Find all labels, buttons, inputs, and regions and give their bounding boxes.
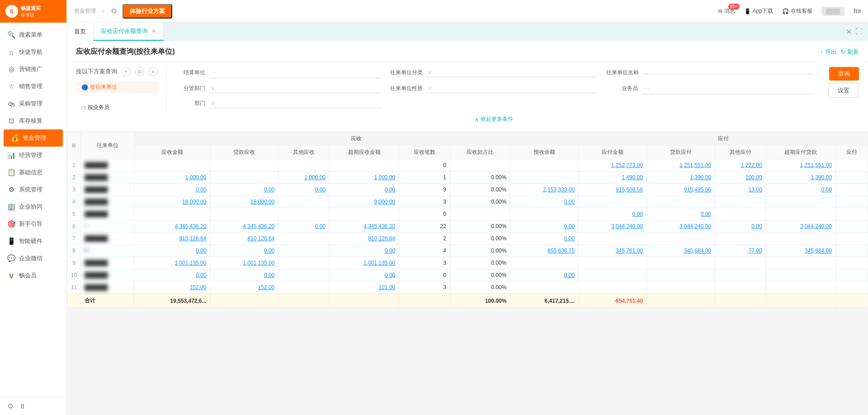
filter-input-salesman[interactable]: ··· xyxy=(642,83,814,94)
rec_count-cell[interactable]: 1 xyxy=(399,172,450,184)
rec_ratio-cell[interactable]: 0.00% xyxy=(450,245,510,257)
rec_amt-cell[interactable]: 0.00 xyxy=(134,269,210,281)
topbar-gear-icon[interactable]: ⚙ xyxy=(111,7,117,15)
export-button[interactable]: ↑ 导出 xyxy=(821,48,837,56)
rec_overdue-cell[interactable]: 0.00 xyxy=(330,184,399,196)
pay_loan-cell[interactable]: 915,495.56 xyxy=(647,184,715,196)
table-gear-header[interactable]: ⚙ xyxy=(67,132,81,159)
rec_amt-cell[interactable]: 1,001,135.00 xyxy=(134,257,210,269)
topbar-online-service[interactable]: 🎧 在线客服 xyxy=(782,7,812,15)
topbar-msg[interactable]: ✉ 消息 99+ xyxy=(718,7,735,15)
rec_ratio-cell[interactable]: 0.00% xyxy=(450,233,510,245)
sidebar-item-guide[interactable]: 🎯 新手引导 xyxy=(0,215,66,233)
filter-input-partner-name[interactable] xyxy=(642,71,814,74)
pay_loan-cell[interactable]: 1,251,551.00 xyxy=(647,159,715,172)
sidebar-item-purchase[interactable]: 🛍 采购管理 xyxy=(0,95,66,112)
rec_overdue-cell[interactable]: 810,126.64 xyxy=(330,233,399,245)
filter-input-dept-manage[interactable]: ∨ xyxy=(209,84,381,93)
pay_overdue-cell[interactable]: 3,044,240.00 xyxy=(766,220,835,233)
rec_ratio-cell[interactable]: 0.00% xyxy=(450,196,510,208)
pay_overdue-cell[interactable]: 1,390.00 xyxy=(766,172,835,184)
rec_overdue-cell[interactable]: 1,000.00 xyxy=(330,172,399,184)
rec_loan-cell[interactable]: 0.00 xyxy=(210,245,278,257)
rec_ratio-cell[interactable]: 0.00% xyxy=(450,184,510,196)
pre_rec-cell[interactable]: 0.00 xyxy=(510,269,579,281)
sidebar-item-marketing[interactable]: ◎ 营销推广 xyxy=(0,61,66,78)
rec_overdue-cell[interactable]: 101.00 xyxy=(330,281,399,294)
pay_amt-cell[interactable]: 0.00 xyxy=(579,208,647,220)
rec_loan-cell[interactable]: 152.00 xyxy=(210,281,278,294)
pay_amt-cell[interactable]: 3,044,240.00 xyxy=(579,220,647,233)
pre_rec-cell[interactable]: 2,153,333.00 xyxy=(510,184,579,196)
tab-close-icon[interactable]: ✕ xyxy=(151,28,156,34)
rec_other-cell[interactable]: 1,000.00 xyxy=(278,172,330,184)
pay_amt-cell[interactable]: 1,490.00 xyxy=(579,172,647,184)
pay_loan-cell[interactable]: 1,390.00 xyxy=(647,172,715,184)
topbar-app-download[interactable]: 📱 App下载 xyxy=(744,7,773,15)
rec_amt-cell[interactable]: 152.00 xyxy=(134,281,210,294)
sidebar-item-system[interactable]: ⚙ 系统管理 xyxy=(0,181,66,198)
rec_loan-cell[interactable]: 0.00 xyxy=(210,184,278,196)
sidebar-item-enterprise[interactable]: 🏢 企业协同 xyxy=(0,198,66,215)
pre_rec-cell[interactable]: 655,636.75 xyxy=(510,245,579,257)
rec_count-cell[interactable]: 4 xyxy=(399,245,450,257)
pay_loan-cell[interactable]: 3,044,240.00 xyxy=(647,220,715,233)
rec_amt-cell[interactable]: 0.00 xyxy=(134,245,210,257)
tab-expand-icon[interactable]: ⛶ xyxy=(855,28,863,36)
filter-collapse-icon[interactable]: « xyxy=(149,67,158,76)
sidebar-item-finance[interactable]: 💰 资金管理 xyxy=(4,129,63,147)
rec_ratio-cell[interactable]: 0.00% xyxy=(450,269,510,281)
filter-collapse-bar[interactable]: ∧ 收起更多条件 xyxy=(174,113,814,126)
rec_overdue-cell[interactable]: 9,000.00 xyxy=(330,196,399,208)
rec_count-cell[interactable]: 3 xyxy=(399,196,450,208)
rec_count-cell[interactable]: 2 xyxy=(399,233,450,245)
rec_loan-cell[interactable]: 810,126.64 xyxy=(210,233,278,245)
footer-settings-icon[interactable]: ⚙ xyxy=(7,402,14,410)
sidebar-item-inventory[interactable]: ⊡ 库存核算 xyxy=(0,112,66,129)
pre_rec-cell[interactable]: 0.00 xyxy=(510,220,579,233)
pre_rec-cell[interactable]: 0.00 xyxy=(510,233,579,245)
rec_count-cell[interactable]: 3 xyxy=(399,257,450,269)
sidebar-item-basic[interactable]: 📋 基础信息 xyxy=(0,164,66,181)
pay_other-cell[interactable]: 0.00 xyxy=(715,220,766,233)
rec_amt-cell[interactable]: 4,345,436.20 xyxy=(134,220,210,233)
sidebar-item-hardware[interactable]: 📱 智能硬件 xyxy=(0,233,66,250)
sidebar-item-shortcut[interactable]: ⌂ 快捷导航 xyxy=(0,43,66,61)
rec_amt-cell[interactable]: 0.00 xyxy=(134,184,210,196)
pay_loan-cell[interactable]: 0.00 xyxy=(647,208,715,220)
filter-input-partner-category[interactable]: ∨ xyxy=(426,68,598,77)
pay_amt-cell[interactable]: 915,508.56 xyxy=(579,184,647,196)
rec_count-cell[interactable]: 0 xyxy=(399,208,450,220)
filter-settings-icon[interactable]: ◎ xyxy=(135,67,144,76)
rec_other-cell[interactable]: 0.00 xyxy=(278,220,330,233)
rec_overdue-cell[interactable]: 4,345,436.20 xyxy=(330,220,399,233)
rec_amt-cell[interactable]: 810,126.64 xyxy=(134,233,210,245)
rec_count-cell[interactable]: 0 xyxy=(399,159,450,172)
pre_rec-cell[interactable]: 0.00 xyxy=(510,196,579,208)
rec_count-cell[interactable]: 0 xyxy=(399,269,450,281)
pay_amt-cell[interactable]: 345,761.00 xyxy=(579,245,647,257)
rec_amt-cell[interactable]: 1,000.00 xyxy=(134,172,210,184)
filter-option-by-salesman[interactable]: ◷ 按业务员 xyxy=(76,102,159,113)
sidebar-item-search[interactable]: 🔍 搜索菜单 xyxy=(0,26,66,43)
rec_overdue-cell[interactable]: 1,001,135.00 xyxy=(330,257,399,269)
tab-home[interactable]: 首页 xyxy=(67,23,94,41)
rec_count-cell[interactable]: 22 xyxy=(399,220,450,233)
rec_overdue-cell[interactable]: 0.00 xyxy=(330,269,399,281)
sidebar-item-wechat[interactable]: 💬 企业微信 xyxy=(0,250,66,267)
rec_ratio-cell[interactable]: 0.00% xyxy=(450,220,510,233)
rec_other-cell[interactable]: 0.00 xyxy=(278,184,330,196)
rec_count-cell[interactable]: 3 xyxy=(399,281,450,294)
filter-input-partner-nature[interactable]: ∨ xyxy=(426,84,598,93)
filter-add-button[interactable]: + xyxy=(122,67,131,76)
rec_ratio-cell[interactable]: 0.00% xyxy=(450,257,510,269)
pay_other-cell[interactable]: 13.00 xyxy=(715,184,766,196)
sidebar-item-member[interactable]: V 畅会员 xyxy=(0,267,66,284)
sidebar-item-sales[interactable]: ☆ 销售管理 xyxy=(0,78,66,95)
tab-query[interactable]: 应收应付余额查询 ✕ xyxy=(94,23,164,41)
rec_ratio-cell[interactable]: 0.00% xyxy=(450,281,510,294)
filter-option-by-partner[interactable]: 🔵 按往来单位 xyxy=(76,81,159,93)
filter-input-settlement[interactable]: ··· xyxy=(209,67,381,78)
pay_overdue-cell[interactable]: 1,251,551.00 xyxy=(766,159,835,172)
rec_loan-cell[interactable]: 4,345,436.20 xyxy=(210,220,278,233)
